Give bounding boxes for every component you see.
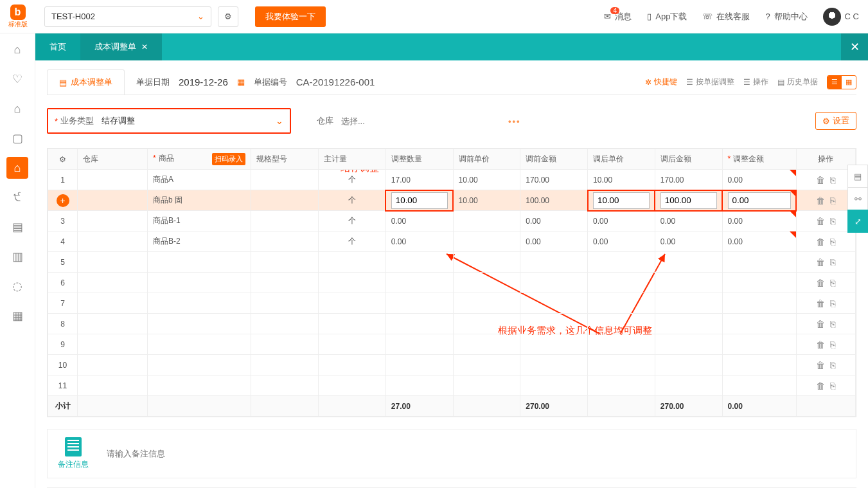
avatar — [823, 8, 841, 26]
history-link[interactable]: ▤历史单据 — [777, 77, 818, 87]
table-row[interactable]: 9🗑⎘ — [48, 334, 856, 355]
delete-row-icon[interactable]: 🗑 — [816, 381, 825, 391]
close-all-tabs[interactable]: ✕ — [841, 33, 868, 60]
scan-button[interactable]: 扫码录入 — [212, 153, 245, 165]
nav-report-icon[interactable]: ▥ — [6, 246, 28, 267]
float-link-icon[interactable]: ⚯ — [847, 187, 868, 210]
remark-input[interactable] — [107, 449, 846, 458]
table-row[interactable]: 1商品A个17.0010.00170.0010.00170.000.00🗑⎘ — [48, 170, 856, 190]
ops-link[interactable]: ☰操作 — [743, 77, 768, 87]
doc-date[interactable]: 2019-12-26 — [179, 77, 228, 87]
delete-row-icon[interactable]: 🗑 — [816, 175, 825, 185]
business-type-select[interactable]: * 业务类型 结存调整 ⌄ — [47, 108, 291, 134]
add-row-button[interactable]: + — [57, 194, 69, 207]
customer-service-link[interactable]: ☏在线客服 — [702, 11, 750, 23]
table-row[interactable]: 10🗑⎘ — [48, 355, 856, 375]
nav-new-icon[interactable]: ▦ — [6, 305, 28, 327]
table-row[interactable]: 8🗑⎘ — [48, 314, 856, 334]
delete-row-icon[interactable]: 🗑 — [816, 237, 825, 247]
col-idx[interactable]: ⚙ — [48, 149, 78, 170]
col-pre-price: 调前单价 — [453, 149, 520, 170]
table-row[interactable]: 3商品B-1个0.000.000.000.000.00🗑⎘ — [48, 211, 856, 231]
table-row[interactable]: 11🗑⎘ — [48, 375, 856, 396]
by-doc-link[interactable]: ☰按单据调整 — [686, 77, 734, 87]
calendar-icon[interactable]: ▦ — [237, 77, 245, 87]
copy-row-icon[interactable]: ⎘ — [830, 278, 835, 288]
table-row[interactable]: 5🗑⎘ — [48, 252, 856, 273]
message-icon: ✉ — [604, 12, 611, 21]
view-grid-icon[interactable]: ▦ — [842, 76, 856, 89]
nav-clipboard-icon[interactable]: ▤ — [6, 216, 28, 238]
copy-row-icon[interactable]: ⎘ — [830, 339, 835, 350]
copy-row-icon[interactable]: ⎘ — [830, 381, 835, 391]
doc-title: 成本调整单 — [71, 77, 112, 88]
float-note-icon[interactable]: ▤ — [847, 165, 868, 188]
adj-amt-input[interactable] — [728, 192, 791, 209]
table-row[interactable]: 7🗑⎘ — [48, 293, 856, 314]
copy-row-icon[interactable]: ⎘ — [830, 319, 835, 329]
nav-money-icon[interactable]: ੯ — [6, 186, 28, 208]
logo-icon: b — [10, 5, 26, 20]
delete-row-icon[interactable]: 🗑 — [816, 195, 825, 206]
org-select[interactable]: TEST-H002 ⌄ — [44, 6, 211, 27]
org-settings-button[interactable]: ⚙ — [218, 6, 238, 27]
float-expand-icon[interactable]: ⤢ — [847, 210, 868, 233]
subtotal-adj-amt: 0.00 — [722, 396, 796, 417]
nav-bag-icon[interactable]: ▢ — [6, 127, 28, 149]
settings-label: 设置 — [833, 115, 849, 127]
tab-cost-adjustment[interactable]: 成本调整单✕ — [80, 33, 162, 60]
col-unit: 主计量 — [319, 149, 386, 170]
doc-date-label: 单据日期 — [136, 77, 170, 88]
user-menu[interactable]: C C — [823, 8, 859, 26]
delete-row-icon[interactable]: 🗑 — [816, 298, 825, 309]
table-row[interactable]: 6🗑⎘ — [48, 273, 856, 293]
gear-icon: ⚙ — [822, 116, 830, 126]
table-header: ⚙ 仓库 *商品扫码录入 规格型号 主计量 调整数量 调前单价 调前金额 调后单… — [48, 149, 856, 170]
help-link[interactable]: ?帮助中心 — [765, 11, 807, 23]
copy-row-icon[interactable]: ⎘ — [830, 360, 835, 370]
nav-home-icon[interactable]: ⌂ — [6, 39, 28, 60]
nav-building-icon[interactable]: ⌂ — [6, 98, 28, 120]
qty-input[interactable] — [391, 192, 448, 209]
doc-links: ✲快捷键 ☰按单据调整 ☰操作 ▤历史单据 ☰▦ — [645, 75, 856, 89]
copy-row-icon[interactable]: ⎘ — [830, 175, 835, 185]
delete-row-icon[interactable]: 🗑 — [816, 257, 825, 267]
org-name: TEST-H002 — [51, 12, 95, 21]
close-icon[interactable]: ✕ — [141, 42, 148, 51]
warehouse-input[interactable] — [341, 116, 483, 126]
nav-gift-icon[interactable]: ♡ — [6, 68, 28, 90]
left-nav: ⌂ ♡ ⌂ ▢ ⌂ ੯ ▤ ▥ ◌ ▦ — [0, 33, 35, 488]
nav-loading-icon[interactable]: ◌ — [6, 275, 28, 297]
history-icon: ▤ — [777, 78, 784, 87]
shortcut-link[interactable]: ✲快捷键 — [645, 77, 677, 87]
copy-row-icon[interactable]: ⎘ — [830, 195, 835, 206]
copy-row-icon[interactable]: ⎘ — [830, 257, 835, 267]
delete-row-icon[interactable]: 🗑 — [816, 216, 825, 226]
tab-home[interactable]: 首页 — [35, 33, 80, 60]
view-toggle[interactable]: ☰▦ — [827, 75, 856, 89]
page-tabs: 首页 成本调整单✕ ✕ — [35, 33, 868, 60]
copy-row-icon[interactable]: ⎘ — [830, 298, 835, 309]
app-download-link[interactable]: ▯App下载 — [647, 11, 687, 23]
copy-row-icon[interactable]: ⎘ — [830, 216, 835, 226]
delete-row-icon[interactable]: 🗑 — [816, 360, 825, 370]
view-compact-icon[interactable]: ☰ — [828, 76, 842, 89]
tab-home-label: 首页 — [49, 41, 66, 53]
subtotal-label: 小计 — [48, 396, 78, 417]
more-filters-button[interactable]: ••• — [508, 116, 521, 126]
col-spec: 规格型号 — [251, 149, 319, 170]
delete-row-icon[interactable]: 🗑 — [816, 278, 825, 288]
table-row[interactable]: 4商品B-2个0.000.000.000.000.00🗑⎘ — [48, 231, 856, 252]
post-amt-input[interactable] — [660, 192, 717, 209]
delete-row-icon[interactable]: 🗑 — [816, 319, 825, 329]
post-price-input[interactable] — [593, 192, 650, 209]
nav-warehouse-icon[interactable]: ⌂ — [6, 157, 28, 179]
try-button[interactable]: 我要体验一下 — [255, 6, 326, 27]
table-row[interactable]: +商品b 固个10.00100.00🗑⎘ — [48, 190, 856, 211]
data-table: ⚙ 仓库 *商品扫码录入 规格型号 主计量 调整数量 调前单价 调前金额 调后单… — [47, 148, 856, 417]
col-adj-amt: *调整金额 — [722, 149, 796, 170]
delete-row-icon[interactable]: 🗑 — [816, 339, 825, 350]
copy-row-icon[interactable]: ⎘ — [830, 237, 835, 247]
settings-button[interactable]: ⚙设置 — [815, 112, 856, 130]
messages-link[interactable]: ✉ 消息 4 — [604, 11, 632, 23]
